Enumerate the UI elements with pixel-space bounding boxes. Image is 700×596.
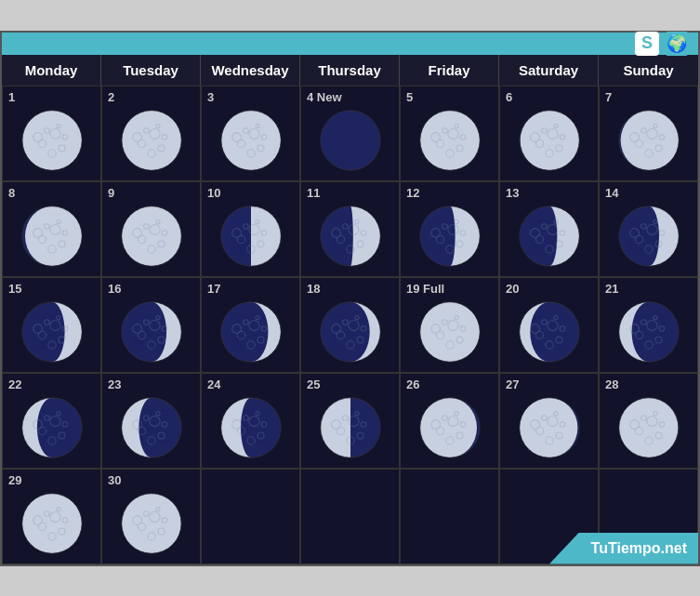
day-header-thursday: Thursday <box>300 55 400 86</box>
calendar-cell: 5 <box>400 86 499 181</box>
date-label: 14 <box>600 182 624 200</box>
moon-phase-image <box>20 391 85 468</box>
calendar-cell <box>300 469 400 564</box>
calendar-cell: 25 <box>300 373 400 469</box>
calendar-cell: 30 <box>101 469 201 564</box>
day-header-saturday: Saturday <box>499 55 599 86</box>
calendar-cell <box>400 469 499 564</box>
s-icon[interactable]: S <box>635 32 659 56</box>
date-label: 26 <box>401 374 425 391</box>
moon-phase-image <box>218 104 284 180</box>
date-label: 10 <box>202 182 226 200</box>
calendar-cell: 8 <box>2 181 101 277</box>
calendar-cell: 11 <box>300 181 400 277</box>
calendar-cell: 18 <box>300 277 400 373</box>
date-label: 1 <box>3 86 20 104</box>
day-header-tuesday: Tuesday <box>101 55 201 86</box>
day-header-sunday: Sunday <box>599 55 698 86</box>
calendar-cell: 10 <box>201 181 300 277</box>
date-label: 21 <box>600 278 624 296</box>
moon-phase-image <box>517 391 582 468</box>
moon-phase-image <box>119 487 184 563</box>
calendar-cell: 1 <box>2 86 101 181</box>
day-headers: MondayTuesdayWednesdayThursdayFridaySatu… <box>2 55 698 86</box>
svg-rect-93 <box>251 205 281 265</box>
moon-phase-image <box>20 104 85 180</box>
moon-phase-image <box>20 296 85 372</box>
date-label: 16 <box>102 278 126 296</box>
date-label: 6 <box>500 86 518 104</box>
moon-phase-image <box>616 296 681 372</box>
date-label: 9 <box>102 182 120 200</box>
moon-phase-image <box>218 296 284 372</box>
date-label: 4 New <box>301 86 348 104</box>
date-label: 23 <box>102 374 126 391</box>
calendar-cell: 13 <box>499 181 599 277</box>
calendar-cell: 7 <box>599 86 698 181</box>
calendar-cell: 12 <box>400 181 499 277</box>
moon-phase-image <box>318 104 383 180</box>
moon-phase-image <box>616 104 681 180</box>
date-label: 11 <box>301 182 325 200</box>
day-header-monday: Monday <box>2 55 101 86</box>
date-label: 27 <box>500 374 524 391</box>
calendar-cell: 24 <box>201 373 300 469</box>
calendar-cell: 28 <box>599 373 698 469</box>
date-label: 5 <box>401 86 418 104</box>
date-label: 25 <box>301 374 325 391</box>
calendar-cell: 2 <box>101 86 201 181</box>
moon-phase-image <box>119 200 184 276</box>
moon-phase-image <box>318 200 383 276</box>
moon-phase-image <box>20 200 85 276</box>
date-label: 7 <box>600 86 617 104</box>
moon-phase-image <box>20 487 85 563</box>
date-label: 29 <box>3 470 27 487</box>
moon-phase-image <box>417 391 482 468</box>
calendar-cell: 29 <box>2 469 101 564</box>
moon-phase-image <box>318 296 383 372</box>
date-label: 17 <box>202 278 226 296</box>
calendar-cell: 9 <box>101 181 201 277</box>
date-label: 28 <box>600 374 624 391</box>
date-label: 18 <box>301 278 325 296</box>
day-header-friday: Friday <box>400 55 499 86</box>
calendar-cell: 21 <box>599 277 698 373</box>
calendar-cell: 27 <box>499 373 599 469</box>
calendar-cell: 16 <box>101 277 201 373</box>
moon-phase-image <box>417 296 482 372</box>
moon-phase-image <box>616 200 681 276</box>
calendar-container: S 🌍 MondayTuesdayWednesdayThursdayFriday… <box>0 31 700 566</box>
calendar-cell: 15 <box>2 277 101 373</box>
moon-phase-image <box>218 391 284 468</box>
moon-phase-image <box>417 200 482 276</box>
calendar-cell: 6 <box>499 86 599 181</box>
moon-phase-image <box>119 104 184 180</box>
date-label: 2 <box>102 86 120 104</box>
moon-phase-image <box>616 391 681 468</box>
moon-phase-image <box>517 200 582 276</box>
date-label: 15 <box>3 278 27 296</box>
calendar-cell: 26 <box>400 373 499 469</box>
date-label: 3 <box>202 86 219 104</box>
title-icons: S 🌍 <box>635 32 689 56</box>
globe-icon[interactable]: 🌍 <box>665 32 689 56</box>
date-label: 30 <box>102 470 126 487</box>
day-header-wednesday: Wednesday <box>201 55 300 86</box>
calendar-cell: 17 <box>201 277 300 373</box>
calendar-cell: 19 Full <box>400 277 499 373</box>
moon-phase-image <box>517 296 582 372</box>
date-label: 12 <box>401 182 425 200</box>
date-label: 22 <box>3 374 27 391</box>
moon-phase-image <box>318 391 383 468</box>
calendar-cell: 20 <box>499 277 599 373</box>
calendar-cell: 3 <box>201 86 300 181</box>
moon-phase-image <box>119 296 184 372</box>
date-label: 24 <box>202 374 226 391</box>
date-label: 13 <box>500 182 524 200</box>
calendar-cell: 22 <box>2 373 101 469</box>
moon-phase-image <box>417 104 482 180</box>
date-label: 19 Full <box>401 278 450 296</box>
moon-phase-image <box>517 104 582 180</box>
calendar-cell <box>201 469 300 564</box>
moon-phase-image <box>119 391 184 468</box>
